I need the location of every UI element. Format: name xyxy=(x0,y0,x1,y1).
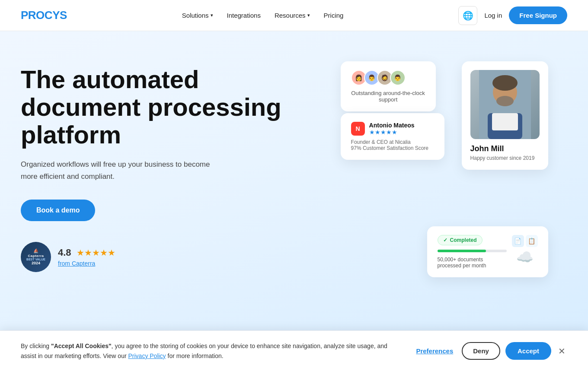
chevron-down-icon: ▾ xyxy=(211,13,213,18)
person-silhouette-svg xyxy=(479,70,531,139)
capterra-year: 2024 xyxy=(32,261,40,265)
doc-icon: 📋 xyxy=(526,235,538,247)
cookie-buttons: Preferences Deny Accept ✕ xyxy=(412,342,567,360)
completed-badge: ✓ Completed xyxy=(438,235,483,245)
login-button[interactable]: Log in xyxy=(484,12,502,19)
close-cookie-button[interactable]: ✕ xyxy=(556,344,567,358)
cookie-banner: By clicking "Accept All Cookies", you ag… xyxy=(0,330,588,371)
rating-stars: ★★★★★ xyxy=(77,248,115,257)
signup-button[interactable]: Free Signup xyxy=(509,6,567,24)
cookie-bold-text: "Accept All Cookies" xyxy=(51,342,112,349)
docs-card: ✓ Completed 50,000+ documents processed … xyxy=(427,226,548,277)
capterra-icon: ⛵ xyxy=(33,248,38,253)
svg-point-3 xyxy=(496,96,514,106)
nav-resources[interactable]: Resources ▾ xyxy=(275,12,310,19)
preferences-button[interactable]: Preferences xyxy=(412,347,457,355)
nav-solutions[interactable]: Solutions ▾ xyxy=(182,12,213,19)
navbar: PROCYS Solutions ▾ Integrations Resource… xyxy=(0,0,588,31)
doc-icons-row: 📄 📋 xyxy=(512,235,538,247)
person-card: John Mill Happy customer since 2019 xyxy=(462,61,548,170)
accept-button[interactable]: Accept xyxy=(505,342,551,360)
support-text: Outstanding around-the-clock support xyxy=(351,90,425,103)
hero-visual: 👩 👨 🧔 👨 Outstanding around-the-clock sup… xyxy=(321,57,567,277)
avatar: 👨 xyxy=(390,70,406,86)
docs-stat-text: 50,000+ documents processed per month xyxy=(438,257,507,269)
progress-fill xyxy=(438,250,486,252)
capterra-badge: ⛵ Capterra BEST VALUE 2024 xyxy=(21,242,51,272)
capterra-row: ⛵ Capterra BEST VALUE 2024 4.8 ★★★★★ fro… xyxy=(21,242,321,272)
reviewer-info: Antonio Mateos ★★★★★ xyxy=(369,122,415,136)
support-card: 👩 👨 🧔 👨 Outstanding around-the-clock sup… xyxy=(341,61,436,111)
rating-row: 4.8 ★★★★★ xyxy=(58,247,115,258)
book-demo-button[interactable]: Book a demo xyxy=(21,200,95,221)
logo[interactable]: PROCYS xyxy=(21,9,67,22)
chevron-down-icon: ▾ xyxy=(307,13,310,18)
reviewer-name: Antonio Mateos xyxy=(369,122,415,129)
person-name: John Mill xyxy=(470,144,540,153)
person-since: Happy customer since 2019 xyxy=(470,155,540,161)
hero-section: The automated document processing platfo… xyxy=(0,31,588,371)
review-card: N Antonio Mateos ★★★★★ Founder & CEO at … xyxy=(341,113,444,160)
check-icon: ✓ xyxy=(443,237,447,243)
rating-info: 4.8 ★★★★★ from Capterra xyxy=(58,247,115,267)
progress-bar xyxy=(438,250,507,252)
review-score: 97% Customer Satisfaction Score xyxy=(351,145,434,151)
nav-right: 🌐 Log in Free Signup xyxy=(458,6,567,25)
nav-pricing[interactable]: Pricing xyxy=(324,12,344,19)
capterra-best-label: BEST VALUE xyxy=(26,258,45,261)
language-selector-button[interactable]: 🌐 xyxy=(458,6,477,25)
person-photo xyxy=(470,70,540,139)
svg-rect-5 xyxy=(492,113,518,130)
capterra-title: Capterra xyxy=(28,254,44,258)
review-company-logo: N xyxy=(351,122,365,136)
capterra-source-link[interactable]: from Capterra xyxy=(58,260,115,267)
reviewer-role: Founder & CEO at Nicalia xyxy=(351,139,434,145)
nav-links: Solutions ▾ Integrations Resources ▾ Pri… xyxy=(182,12,344,19)
hero-content: The automated document processing platfo… xyxy=(21,57,321,272)
deny-button[interactable]: Deny xyxy=(462,342,500,360)
cookie-text: By clicking "Accept All Cookies", you ag… xyxy=(21,341,402,361)
doc-icon: 📄 xyxy=(512,235,524,247)
cloud-icon: ☁️ xyxy=(516,249,534,265)
review-header: N Antonio Mateos ★★★★★ xyxy=(351,122,434,136)
rating-number: 4.8 xyxy=(58,247,71,258)
privacy-policy-link[interactable]: Privacy Policy xyxy=(128,352,166,359)
hero-subtitle: Organized workflows will free up your bu… xyxy=(21,159,228,182)
review-stars: ★★★★★ xyxy=(369,129,415,136)
cards-container: 👩 👨 🧔 👨 Outstanding around-the-clock sup… xyxy=(341,61,548,277)
hero-title: The automated document processing platfo… xyxy=(21,66,321,148)
avatar-group: 👩 👨 🧔 👨 xyxy=(351,70,425,86)
svg-point-2 xyxy=(492,75,518,91)
nav-integrations[interactable]: Integrations xyxy=(227,12,261,19)
